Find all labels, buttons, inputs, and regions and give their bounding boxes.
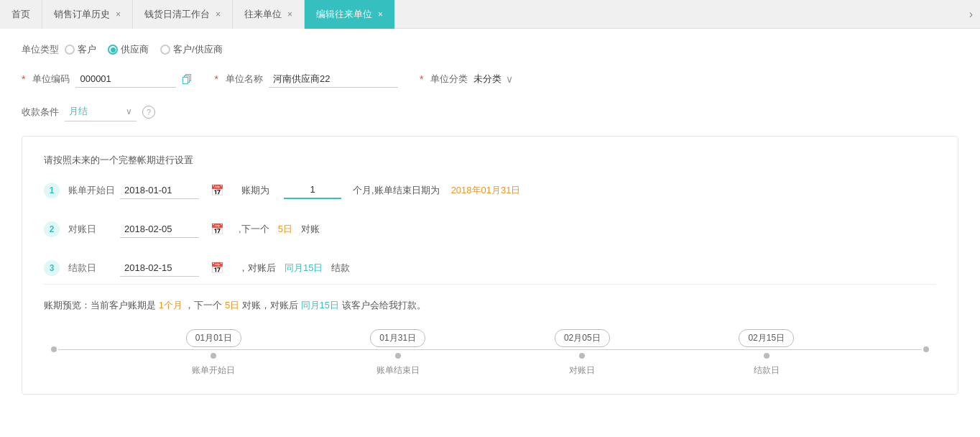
step-3-row: 3 结款日 📅 ，对账后 同月15日 结款 bbox=[44, 259, 936, 277]
unit-name-label: 单位名称 bbox=[226, 73, 263, 86]
step-3-label: 结款日 bbox=[68, 262, 111, 275]
unit-category-group: * 单位分类 未分类 ∨ bbox=[420, 73, 513, 86]
unit-name-group: * 单位名称 bbox=[214, 70, 397, 88]
divider bbox=[44, 284, 936, 285]
step-2-date[interactable] bbox=[120, 221, 199, 238]
end-circle bbox=[923, 346, 929, 352]
preview-middle1: ，下一个 bbox=[185, 300, 222, 310]
unit-name-star: * bbox=[214, 73, 218, 85]
radio-supplier-circle bbox=[108, 45, 118, 55]
timeline-badge-4: 02月15日 bbox=[739, 329, 794, 347]
unit-code-group: * 单位编码 🗍 bbox=[22, 70, 193, 88]
start-circle bbox=[51, 346, 57, 352]
code-name-category-row: * 单位编码 🗍 * 单位名称 * 单位分类 未分类 ∨ bbox=[22, 70, 958, 88]
preview-prefix: 账期预览：当前客户账期是 bbox=[44, 300, 156, 310]
timeline-container: 01月01日 账单开始日 01月31日 账单结束日 02月05日 对账日 bbox=[44, 329, 936, 377]
step-1-date[interactable] bbox=[120, 182, 199, 199]
timeline-badge-2: 01月31日 bbox=[370, 329, 425, 347]
unit-code-star: * bbox=[22, 73, 25, 85]
tab-sales-history[interactable]: 销售订单历史 × bbox=[42, 0, 133, 29]
unit-category-label: 单位分类 bbox=[430, 73, 468, 86]
step-1-middle: 账期为 bbox=[241, 184, 269, 197]
tab-partner-label: 往来单位 bbox=[244, 8, 282, 21]
unit-category-value: 未分类 bbox=[473, 73, 501, 86]
step-2-row: 2 对账日 📅 ,下一个 5日 对账 bbox=[44, 221, 936, 238]
unit-category-star: * bbox=[420, 73, 423, 85]
timeline-points: 01月01日 账单开始日 01月31日 账单结束日 02月05日 对账日 bbox=[51, 329, 929, 377]
step-2-label: 对账日 bbox=[68, 223, 111, 236]
tab-sales-history-close[interactable]: × bbox=[116, 9, 121, 19]
inner-card: 请按照未来的一个完整帐期进行设置 1 账单开始日 📅 账期为 个月,账单结束日期… bbox=[22, 136, 958, 395]
radio-customer-circle bbox=[65, 45, 75, 55]
help-icon[interactable]: ? bbox=[142, 106, 155, 119]
timeline-end-dot bbox=[923, 346, 929, 352]
timeline-dot-1 bbox=[211, 353, 216, 359]
step-3-desc-suffix: 结款 bbox=[331, 262, 350, 275]
timeline-badge-3: 02月05日 bbox=[555, 329, 610, 347]
unit-category-select[interactable]: 未分类 ∨ bbox=[473, 73, 513, 86]
step-2-calendar-icon[interactable]: 📅 bbox=[211, 223, 224, 236]
timeline-label-3: 对账日 bbox=[569, 364, 595, 377]
tab-edit-partner[interactable]: 编辑往来单位 × bbox=[305, 0, 395, 29]
period-input[interactable] bbox=[284, 181, 341, 199]
timeline-label-4: 结款日 bbox=[754, 364, 780, 377]
payment-condition-row: 收款条件 月结 ∨ ? bbox=[22, 102, 958, 121]
payment-condition-select[interactable]: 月结 ∨ bbox=[65, 102, 137, 121]
timeline-start-dot bbox=[51, 346, 57, 352]
step-1-label: 账单开始日 bbox=[68, 184, 111, 197]
timeline-point-4: 02月15日 结款日 bbox=[739, 329, 794, 377]
tab-cash-work-close[interactable]: × bbox=[216, 9, 221, 19]
radio-customer[interactable]: 客户 bbox=[65, 43, 96, 56]
radio-both[interactable]: 客户/供应商 bbox=[160, 43, 223, 56]
payment-condition-arrow: ∨ bbox=[126, 106, 132, 116]
preview-part1: 1个月 bbox=[159, 300, 182, 310]
tab-cash-work-label: 钱货日清工作台 bbox=[144, 8, 210, 21]
radio-both-label: 客户/供应商 bbox=[173, 43, 223, 56]
tab-more-button[interactable]: › bbox=[962, 0, 980, 29]
payment-condition-value: 月结 bbox=[69, 105, 88, 118]
step-3-date[interactable] bbox=[120, 259, 199, 277]
step-1-num: 1 bbox=[44, 183, 60, 198]
tab-home[interactable]: 首页 bbox=[0, 0, 42, 29]
timeline-badge-1: 01月01日 bbox=[186, 329, 241, 347]
step-2-highlight: 5日 bbox=[278, 223, 292, 236]
preview-part3: 同月15日 bbox=[301, 300, 339, 310]
tab-edit-partner-close[interactable]: × bbox=[378, 9, 383, 19]
unit-type-row: 单位类型 客户 供应商 客户/供应商 bbox=[22, 43, 958, 56]
tab-partner-close[interactable]: × bbox=[287, 9, 292, 19]
timeline-dot-2 bbox=[395, 353, 401, 359]
step-2-desc-prefix: ,下一个 bbox=[239, 223, 269, 236]
preview-suffix: 该客户会给我打款。 bbox=[342, 300, 426, 310]
unit-name-input[interactable] bbox=[269, 70, 398, 88]
step-3-num: 3 bbox=[44, 260, 60, 276]
timeline-point-3: 02月05日 对账日 bbox=[555, 329, 610, 377]
tab-sales-history-label: 销售订单历史 bbox=[54, 8, 110, 21]
payment-condition-label: 收款条件 bbox=[22, 106, 59, 119]
timeline-point-1: 01月01日 账单开始日 bbox=[186, 329, 241, 377]
preview-text: 账期预览：当前客户账期是 1个月 ，下一个 5日 对账，对账后 同月15日 该客… bbox=[44, 299, 936, 312]
preview-part2: 5日 bbox=[225, 300, 239, 310]
radio-customer-label: 客户 bbox=[78, 43, 96, 56]
step-2-desc-suffix: 对账 bbox=[301, 223, 320, 236]
tab-cash-work[interactable]: 钱货日清工作台 × bbox=[133, 0, 233, 29]
timeline-dot-4 bbox=[764, 353, 769, 359]
tab-home-label: 首页 bbox=[11, 8, 30, 21]
step-3-calendar-icon[interactable]: 📅 bbox=[211, 262, 224, 275]
timeline-point-2: 01月31日 账单结束日 bbox=[370, 329, 425, 377]
inner-card-title: 请按照未来的一个完整帐期进行设置 bbox=[44, 154, 936, 167]
tab-partner[interactable]: 往来单位 × bbox=[233, 0, 305, 29]
step-1-period-unit: 个月,账单结束日期为 bbox=[353, 184, 440, 197]
timeline-label-1: 账单开始日 bbox=[192, 364, 235, 377]
radio-supplier[interactable]: 供应商 bbox=[108, 43, 149, 56]
main-content: 单位类型 客户 供应商 客户/供应商 * 单位编码 🗍 * 单位名称 bbox=[0, 29, 980, 437]
step-2-num: 2 bbox=[44, 221, 60, 237]
tab-edit-partner-label: 编辑往来单位 bbox=[316, 8, 372, 21]
step-1-row: 1 账单开始日 📅 账期为 个月,账单结束日期为 2018年01月31日 bbox=[44, 181, 936, 199]
step-1-calendar-icon[interactable]: 📅 bbox=[211, 184, 224, 197]
unit-type-label: 单位类型 bbox=[22, 43, 59, 56]
timeline-dot-3 bbox=[579, 353, 585, 359]
radio-supplier-label: 供应商 bbox=[121, 43, 149, 56]
unit-code-label: 单位编码 bbox=[32, 73, 70, 86]
unit-code-icon[interactable]: 🗍 bbox=[182, 73, 193, 86]
unit-code-input[interactable] bbox=[75, 70, 176, 88]
